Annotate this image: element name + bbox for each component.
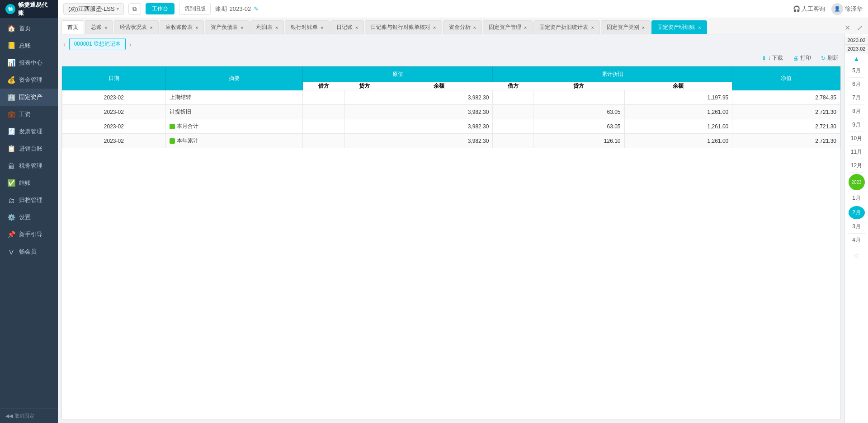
month-item-4月[interactable]: 4月 xyxy=(848,234,866,247)
cell-original-credit xyxy=(344,105,385,119)
app-name: 畅捷通易代账 xyxy=(18,1,52,17)
month-item[interactable]: 6月 xyxy=(849,78,864,91)
cell-summary: 计提折旧 xyxy=(165,105,302,119)
month-item[interactable]: 9月 xyxy=(849,118,864,132)
sidebar-item-tax[interactable]: 🏛税务管理 xyxy=(0,157,58,174)
print-button[interactable]: 🖨 打印 xyxy=(790,53,814,63)
workspace-button[interactable]: 工作台 xyxy=(146,3,175,14)
sidebar-item-archive[interactable]: 🗂归档管理 xyxy=(0,192,58,209)
tab-fixed_detail[interactable]: 固定资产明细账× xyxy=(651,20,707,34)
tab-close-fixed_category[interactable]: × xyxy=(642,25,645,30)
sidebar-item-general[interactable]: 📒总账 xyxy=(0,37,58,54)
month-item[interactable]: 5月 xyxy=(849,64,864,78)
unpin-button[interactable]: ◀◀ 取消固定 xyxy=(0,409,58,423)
month-item[interactable]: 8月 xyxy=(849,105,864,118)
tab-profit[interactable]: 利润表× xyxy=(250,20,284,34)
tab-general[interactable]: 总账× xyxy=(85,20,113,34)
nav-icon-sales: 📋 xyxy=(7,145,15,153)
nav-label-guide: 新手引导 xyxy=(19,230,42,239)
tab-close-operation[interactable]: × xyxy=(150,25,152,30)
topbar: (劝)江西服垄-LSS ▾ ⧉ 工作台 切到旧版 账期 2023-02 ✎ 🎧 … xyxy=(58,0,868,18)
sidebar-item-payroll[interactable]: 💼工资 xyxy=(0,106,58,123)
sub-nav-next-button[interactable]: › xyxy=(127,40,133,49)
help-button[interactable]: 🎧 人工客询 xyxy=(793,5,825,13)
sidebar-item-vip[interactable]: V畅会员 xyxy=(0,243,58,260)
sub-tab-asset[interactable]: 000001 联想笔记本 xyxy=(69,38,126,50)
app-logo: 畅 畅捷通易代账 xyxy=(0,0,58,18)
tab-close-fund_analysis[interactable]: × xyxy=(473,25,476,30)
tab-fund_analysis[interactable]: 资金分析× xyxy=(443,20,482,34)
tab-fixed_mgmt[interactable]: 固定资产管理× xyxy=(483,20,533,34)
data-table-container: 日期 摘要 原值 累计折旧 净值 借方 贷方 余额 借方 贷方 余额 xyxy=(61,66,841,419)
sidebar-item-sales[interactable]: 📋进销台账 xyxy=(0,140,58,157)
tab-home[interactable]: 首页 xyxy=(61,20,84,34)
tab-close-receivable[interactable]: × xyxy=(195,25,198,30)
month-item[interactable]: 10月 xyxy=(849,132,864,146)
period-edit-icon[interactable]: ✎ xyxy=(254,5,259,12)
sub-nav-prev-button[interactable]: ‹ xyxy=(61,40,67,49)
refresh-label: 刷新 xyxy=(827,54,838,62)
tab-label-assets_liabilities: 资产负债表 xyxy=(211,24,238,31)
table-row: 2023-02 本年累计 3,982.30 126.10 1,261.00 2,… xyxy=(62,134,840,148)
download-button[interactable]: ⬇ ↓ 下载 xyxy=(759,53,786,63)
sidebar-item-home[interactable]: 🏠首页 xyxy=(0,20,58,37)
date-panel: 2023.02 2023.02 ▲ 5月6月7月8月9月10月11月12月 20… xyxy=(844,34,868,423)
restore-tab-button[interactable]: ⤢ xyxy=(855,24,864,32)
tab-label-fund_analysis: 资金分析 xyxy=(449,24,471,31)
cell-accum-credit: 126.10 xyxy=(533,134,624,148)
tab-close-fixed_deprec_stat[interactable]: × xyxy=(591,25,594,30)
period-value: 2023-02 xyxy=(230,5,251,12)
date-up-arrow[interactable]: ▲ xyxy=(852,53,862,64)
tab-journal_bank[interactable]: 日记账与银行对账单核对× xyxy=(365,20,442,34)
month-item[interactable]: 11月 xyxy=(849,146,864,159)
tab-receivable[interactable]: 应收账龄表× xyxy=(160,20,204,34)
sidebar-item-fixed_assets[interactable]: 🏢固定资产 xyxy=(0,89,58,106)
cell-accum-credit xyxy=(533,90,624,105)
tab-close-profit[interactable]: × xyxy=(275,25,278,30)
sidebar-item-guide[interactable]: 📌新手引导 xyxy=(0,226,58,243)
col-accum-balance: 余额 xyxy=(624,82,732,90)
cell-original-balance: 3,982.30 xyxy=(385,90,493,105)
sidebar-item-fund[interactable]: 💰资金管理 xyxy=(0,71,58,89)
period-section: 账期 2023-02 ✎ xyxy=(215,5,259,13)
sidebar-item-invoice[interactable]: 🧾发票管理 xyxy=(0,123,58,140)
nav-icon-payroll: 💼 xyxy=(7,110,15,118)
month-item-2月[interactable]: 2月 xyxy=(849,206,865,219)
tab-bank_statement[interactable]: 银行对账单× xyxy=(285,20,329,34)
sidebar-item-settings[interactable]: ⚙️设置 xyxy=(0,209,58,226)
tab-close-fixed_detail[interactable]: × xyxy=(698,25,701,30)
old-version-button[interactable]: 切到旧版 xyxy=(179,3,211,15)
tab-label-fixed_category: 固定资产类别 xyxy=(607,24,639,31)
month-item-1月[interactable]: 1月 xyxy=(848,192,866,205)
tab-assets_liabilities[interactable]: 资产负债表× xyxy=(205,20,249,34)
refresh-button[interactable]: ↻ 刷新 xyxy=(818,53,841,63)
close-all-tabs-button[interactable]: ✕ xyxy=(843,24,852,32)
tab-operation[interactable]: 经营状况表× xyxy=(114,20,158,34)
cell-net-value: 2,721.30 xyxy=(732,119,840,134)
copy-button[interactable]: ⧉ xyxy=(128,3,141,15)
tab-fixed_deprec_stat[interactable]: 固定资产折旧统计表× xyxy=(533,20,599,34)
month-item[interactable]: 7月 xyxy=(849,91,864,105)
sidebar-item-settlement[interactable]: ✅结账 xyxy=(0,174,58,192)
user-menu[interactable]: 👤 徐泽华 xyxy=(831,3,863,15)
tab-close-journal_bank[interactable]: × xyxy=(433,25,436,30)
tab-close-fixed_mgmt[interactable]: × xyxy=(524,25,527,30)
nav-label-invoice: 发票管理 xyxy=(19,127,42,136)
sidebar-item-reports[interactable]: 📊报表中心 xyxy=(0,54,58,71)
cell-net-value: 2,721.30 xyxy=(732,134,840,148)
cell-accum-debit xyxy=(493,134,533,148)
month-item[interactable]: 12月 xyxy=(849,159,864,173)
tab-fixed_category[interactable]: 固定资产类别× xyxy=(601,20,651,34)
tab-close-bank_statement[interactable]: × xyxy=(321,25,323,30)
action-bar: ⬇ ↓ 下载 🖨 打印 ↻ 刷新 xyxy=(61,53,841,63)
tab-close-journal[interactable]: × xyxy=(355,25,358,30)
cell-original-balance: 3,982.30 xyxy=(385,105,493,119)
company-selector[interactable]: (劝)江西服垄-LSS ▾ xyxy=(63,3,124,15)
sub-tabbar: ‹ 000001 联想笔记本 › xyxy=(61,38,841,50)
tab-close-general[interactable]: × xyxy=(104,25,107,30)
month-item-3月[interactable]: 3月 xyxy=(848,220,866,234)
tab-journal[interactable]: 日记账× xyxy=(330,20,364,34)
content-area: ‹ 000001 联想笔记本 › ⬇ ↓ 下载 🖨 打印 ↻ 刷新 xyxy=(58,34,868,423)
avatar: 👤 xyxy=(831,3,843,15)
tab-close-assets_liabilities[interactable]: × xyxy=(241,25,243,30)
